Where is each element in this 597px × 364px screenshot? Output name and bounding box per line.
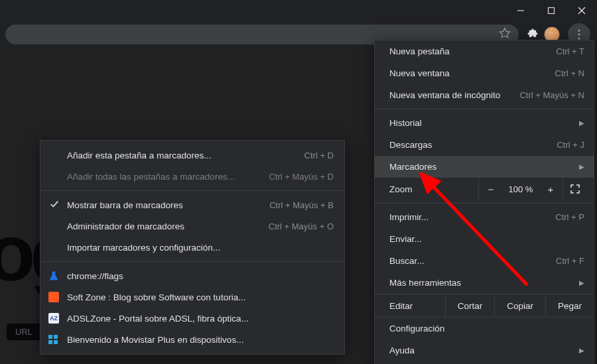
- zoom-in-button[interactable]: +: [539, 184, 563, 195]
- menu-zoom: Zoom − 100 % +: [375, 178, 594, 200]
- svg-rect-8: [48, 335, 52, 339]
- window-maximize-button[interactable]: [536, 0, 566, 21]
- submenu-show-bookmarks-bar[interactable]: Mostrar barra de marcadoresCtrl + Mayús …: [40, 194, 344, 215]
- menu-bookmarks[interactable]: Marcadores▶: [375, 156, 594, 178]
- menu-downloads[interactable]: DescargasCtrl + J: [375, 134, 594, 156]
- svg-rect-9: [54, 335, 58, 339]
- svg-rect-11: [54, 340, 58, 344]
- menu-edit-row: Editar Cortar Copiar Pegar: [375, 294, 594, 318]
- edit-copy-button[interactable]: Copiar: [494, 294, 545, 317]
- menu-find[interactable]: Buscar...Ctrl + F: [375, 250, 594, 272]
- bookmark-item[interactable]: Soft Zone : Blog sobre Software con tuto…: [40, 286, 344, 308]
- site-icon: [48, 292, 59, 302]
- submenu-bookmark-manager[interactable]: Administrador de marcadoresCtrl + Mayús …: [40, 215, 344, 237]
- edit-paste-button[interactable]: Pegar: [545, 294, 594, 317]
- submenu-add-all-bookmark: Añadir todas las pestañas a marcadores..…: [40, 166, 344, 187]
- menu-settings[interactable]: Configuración: [375, 318, 594, 339]
- menu-print[interactable]: Imprimir...Ctrl + P: [375, 206, 594, 228]
- submenu-add-tab-bookmark[interactable]: Añadir esta pestaña a marcadores...Ctrl …: [40, 145, 344, 166]
- svg-marker-4: [500, 29, 510, 38]
- menu-more-tools[interactable]: Más herramientas▶: [375, 272, 594, 294]
- svg-point-5: [578, 29, 580, 31]
- chevron-right-icon: ▶: [579, 119, 584, 127]
- bookmarks-submenu: Añadir esta pestaña a marcadores...Ctrl …: [40, 140, 345, 355]
- menu-send[interactable]: Enviar...: [375, 228, 594, 250]
- window-minimize-button[interactable]: [505, 0, 536, 21]
- site-icon: AZ: [48, 313, 59, 324]
- menu-history[interactable]: Historial▶: [375, 112, 594, 134]
- menu-new-tab[interactable]: Nueva pestañaCtrl + T: [375, 40, 594, 62]
- window-controls: [505, 0, 597, 21]
- flask-icon: [48, 271, 59, 281]
- zoom-out-button[interactable]: −: [479, 184, 503, 195]
- bookmark-item[interactable]: chrome://flags: [40, 265, 344, 286]
- chevron-right-icon: ▶: [579, 279, 584, 286]
- menu-incognito[interactable]: Nueva ventana de incógnitoCtrl + Mayús +…: [375, 84, 594, 106]
- edit-label: Editar: [375, 301, 445, 311]
- svg-rect-10: [48, 340, 52, 344]
- submenu-import-bookmarks[interactable]: Importar marcadores y configuración...: [40, 237, 344, 258]
- chevron-right-icon: ▶: [579, 347, 584, 354]
- svg-rect-1: [549, 8, 555, 14]
- chrome-main-menu: Nueva pestañaCtrl + T Nueva ventanaCtrl …: [374, 40, 594, 364]
- menu-help[interactable]: Ayuda▶: [375, 339, 594, 361]
- chevron-right-icon: ▶: [579, 163, 584, 170]
- svg-point-6: [578, 33, 580, 35]
- edit-cut-button[interactable]: Cortar: [445, 294, 495, 317]
- menu-new-window[interactable]: Nueva ventanaCtrl + N: [375, 62, 594, 84]
- fullscreen-icon[interactable]: [563, 184, 587, 194]
- site-icon: [48, 335, 58, 344]
- bookmark-item[interactable]: AZADSLZone - Portal sobre ADSL, fibra óp…: [40, 308, 344, 329]
- zoom-value: 100 %: [503, 184, 539, 194]
- checkmark-icon: [50, 200, 59, 211]
- window-close-button[interactable]: [566, 0, 597, 21]
- bookmark-item[interactable]: Bienvenido a Movistar Plus en dispositiv…: [40, 329, 344, 350]
